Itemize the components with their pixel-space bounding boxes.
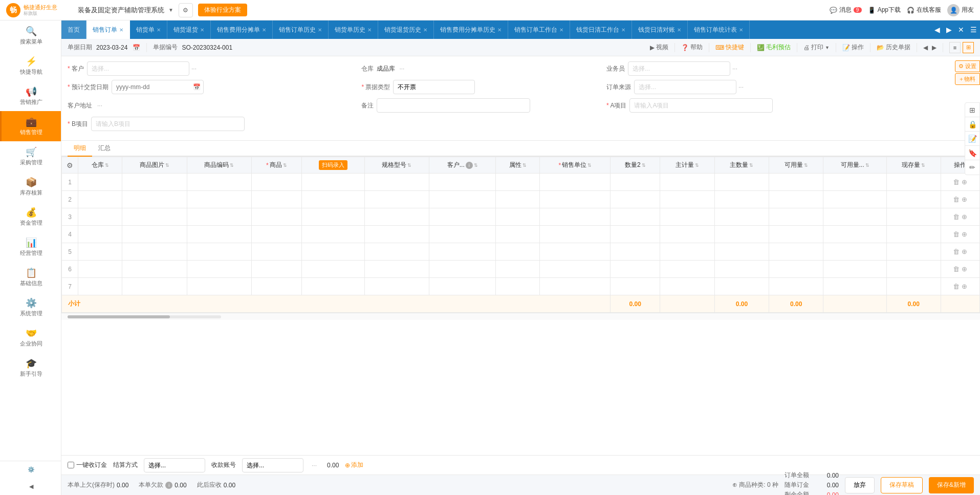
right-icon-2[interactable]: 🔒 (965, 117, 979, 132)
tab-close-return-history[interactable]: ✕ (423, 27, 427, 33)
tab-close-cash-reconcile[interactable]: ✕ (677, 27, 681, 33)
sidebar-item-marketing[interactable]: 📢 营销推广 (0, 81, 61, 111)
row-2-delete-icon[interactable]: 🗑 (953, 196, 960, 203)
tab-order-workbench[interactable]: 销售订单工作台 ✕ (508, 20, 570, 39)
save-new-btn[interactable]: 保存&新增 (929, 477, 974, 493)
quick-deposit-input[interactable] (68, 462, 74, 468)
row-1-delete-icon[interactable]: 🗑 (953, 178, 960, 186)
tab-order-stats[interactable]: 销售订单统计表 ✕ (688, 20, 750, 39)
scrollbar-thumb[interactable] (68, 315, 170, 318)
invoice-select[interactable]: 不开票 (393, 80, 475, 94)
system-dropdown[interactable]: ▼ (168, 7, 173, 13)
video-btn[interactable]: ▶ 视频 (650, 43, 668, 52)
warehouse-more-btn[interactable]: ··· (399, 65, 404, 72)
tab-sales-order[interactable]: 销售订单 ✕ (86, 20, 130, 39)
view-grid-btn[interactable]: ⊞ (963, 42, 974, 53)
setup-btn[interactable]: ⚙ 设置 (955, 60, 980, 72)
sidebar-item-search[interactable]: 🔍 搜索菜单 (0, 20, 61, 51)
tab-close-sales-order[interactable]: ✕ (119, 27, 123, 33)
sidebar-item-enterprise[interactable]: 🤝 企业协同 (0, 322, 61, 353)
save-draft-btn[interactable]: 保存草稿 (881, 477, 923, 493)
row-4-delete-icon[interactable]: 🗑 (953, 230, 960, 238)
account-select[interactable]: 选择... (242, 458, 303, 472)
right-icon-1[interactable]: ⊞ (965, 103, 979, 117)
message-btn[interactable]: 💬 消息 9 (830, 6, 862, 14)
settings-gear-btn[interactable]: ⚙ (179, 3, 193, 17)
sidebar-item-system[interactable]: ⚙️ 系统管理 (0, 292, 61, 322)
tab-close-expense-history[interactable]: ✕ (497, 27, 502, 33)
row-5-copy-icon[interactable]: ⊕ (962, 248, 967, 255)
prev-record-btn[interactable]: ◀ (923, 44, 928, 51)
tab-sales-goods-history[interactable]: 销货单历史 ✕ (329, 20, 378, 39)
date-picker-icon[interactable]: 📅 (133, 44, 140, 51)
a-project-input[interactable] (629, 98, 773, 113)
sidebar-item-sales[interactable]: 💼 销售管理 (0, 111, 61, 141)
operations-btn[interactable]: 📝 操作 (842, 43, 864, 52)
right-icon-5[interactable]: ✏ (965, 160, 979, 175)
tab-expense-history[interactable]: 销售费用分摊单历史 ✕ (434, 20, 508, 39)
account-more-btn[interactable]: ··· (312, 462, 317, 469)
tab-sales-expense[interactable]: 销售费用分摊单 ✕ (211, 20, 273, 39)
tab-home[interactable]: 首页 (61, 20, 86, 39)
app-download-btn[interactable]: 📱 App下载 (868, 6, 901, 14)
salesperson-input[interactable] (628, 61, 730, 76)
sidebar-collapse-btn[interactable]: ◀ (0, 478, 61, 495)
row-6-copy-icon[interactable]: ⊕ (962, 265, 967, 273)
row-6-delete-icon[interactable]: 🗑 (953, 265, 960, 273)
tab-close-cash-workbench[interactable]: ✕ (621, 27, 625, 33)
customer-input[interactable] (87, 61, 189, 76)
tab-close-order-stats[interactable]: ✕ (739, 27, 743, 33)
customer-code-info-icon[interactable]: i (466, 162, 473, 169)
row-3-delete-icon[interactable]: 🗑 (953, 213, 960, 221)
customer-more-btn[interactable]: ··· (191, 65, 197, 72)
delivery-date-input[interactable] (112, 80, 204, 94)
table-settings-icon[interactable]: ⚙ (67, 161, 73, 169)
add-material-btn[interactable]: ＋物料 (955, 73, 980, 85)
tab-next-btn[interactable]: ▶ (943, 20, 955, 39)
tab-close-sales-return[interactable]: ✕ (200, 27, 204, 33)
sidebar-item-quicknav[interactable]: ⚡ 快捷导航 (0, 51, 61, 81)
row-1-copy-icon[interactable]: ⊕ (962, 178, 967, 186)
tab-close-all-btn[interactable]: ✕ (955, 20, 967, 39)
tab-prev-btn[interactable]: ◀ (931, 20, 943, 39)
order-source-input[interactable] (634, 80, 736, 94)
sidebar-item-guide[interactable]: 🎓 新手引导 (0, 353, 61, 383)
add-payment-btn[interactable]: ⊕ 添加 (345, 461, 363, 469)
delivery-calendar-icon[interactable]: 📅 (193, 83, 201, 91)
tab-close-order-workbench[interactable]: ✕ (559, 27, 563, 33)
tab-close-sales-order-history[interactable]: ✕ (318, 27, 322, 33)
profit-btn[interactable]: 💹 毛利预估 (757, 43, 791, 52)
scrollbar-track[interactable] (68, 315, 221, 318)
sidebar-item-inventory[interactable]: 📦 库存核算 (0, 171, 61, 202)
tab-sales-order-history[interactable]: 销售订单历史 ✕ (273, 20, 329, 39)
tab-sales-return[interactable]: 销货退货 ✕ (167, 20, 211, 39)
help-btn[interactable]: ❓ 帮助 (681, 43, 703, 52)
table-scrollbar[interactable] (61, 313, 980, 320)
quick-deposit-checkbox[interactable]: 一键收订金 (68, 461, 107, 469)
row-7-copy-icon[interactable]: ⊕ (962, 283, 967, 290)
detail-tab-mingxi[interactable]: 明细 (68, 141, 92, 157)
scan-btn[interactable]: 扫码录入 (319, 160, 347, 170)
payment-method-field[interactable]: 选择... (144, 458, 205, 472)
online-support-btn[interactable]: 🎧 在线客服 (907, 6, 941, 14)
tab-menu-btn[interactable]: ☰ (967, 20, 980, 39)
note-input[interactable] (377, 98, 530, 113)
tab-close-sales-goods[interactable]: ✕ (157, 27, 161, 33)
detail-tab-huizong[interactable]: 汇总 (92, 141, 117, 157)
row-2-copy-icon[interactable]: ⊕ (962, 196, 967, 203)
tab-return-history[interactable]: 销货退货历史 ✕ (378, 20, 434, 39)
this-debt-info-icon[interactable]: i (165, 482, 172, 489)
user-btn[interactable]: 👤 用友 (947, 4, 974, 16)
sidebar-item-purchase[interactable]: 🛒 采购管理 (0, 141, 61, 171)
sidebar-item-finance[interactable]: 💰 资金管理 (0, 202, 61, 232)
sidebar-item-operations[interactable]: 📊 经营管理 (0, 232, 61, 262)
tab-sales-goods[interactable]: 销货单 ✕ (130, 20, 167, 39)
tab-cash-workbench[interactable]: 钱货日清工作台 ✕ (570, 20, 632, 39)
account-field[interactable]: 选择... (242, 458, 303, 472)
tab-cash-reconcile[interactable]: 钱货日清对账 ✕ (632, 20, 688, 39)
discard-btn[interactable]: 放弃 (845, 477, 875, 493)
shortcut-btn[interactable]: ⌨ 快捷键 (715, 43, 744, 52)
tab-close-sales-expense[interactable]: ✕ (262, 27, 266, 33)
right-icon-3[interactable]: 📝 (965, 132, 979, 146)
print-btn[interactable]: 🖨 打印 ▼ (803, 43, 830, 52)
